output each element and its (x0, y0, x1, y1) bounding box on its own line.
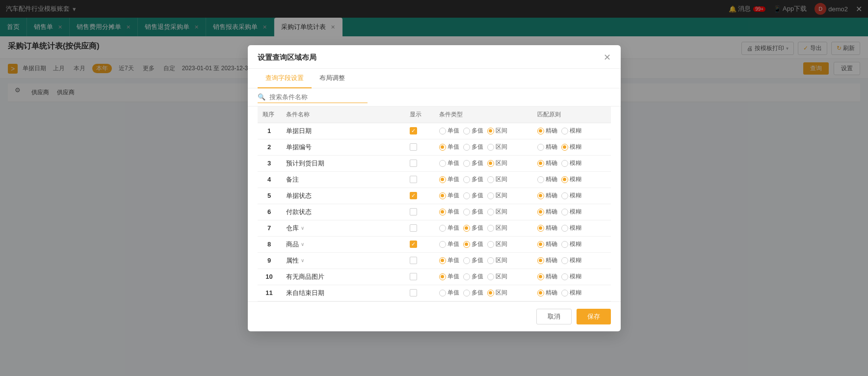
settings-modal: 设置查询区域布局 ✕ 查询字段设置 布局调整 🔍 顺序 (248, 45, 621, 107)
search-input[interactable] (269, 93, 368, 101)
modal-search-section: 🔍 (248, 88, 621, 107)
modal-header: 设置查询区域布局 ✕ (248, 45, 621, 69)
modal-overlay: 设置查询区域布局 ✕ 查询字段设置 布局调整 🔍 顺序 (0, 0, 868, 107)
modal-search-line: 🔍 (258, 93, 368, 103)
th-match: 匹配原则 (532, 107, 611, 107)
modal-close-button[interactable]: ✕ (604, 53, 611, 62)
search-icon: 🔍 (258, 93, 265, 101)
modal-table: 顺序 条件名称 显示 条件类型 匹配原则 1单据日期单值多值区间精确模糊2单据编… (248, 107, 621, 107)
th-display: 显示 (405, 107, 434, 107)
modal-tabs: 查询字段设置 布局调整 (248, 69, 621, 88)
tab-layout-adjust[interactable]: 布局调整 (312, 69, 353, 88)
tab-query-fields[interactable]: 查询字段设置 (258, 69, 312, 88)
th-type: 条件类型 (434, 107, 532, 107)
modal-title: 设置查询区域布局 (258, 53, 316, 62)
th-name: 条件名称 (281, 107, 405, 107)
th-order: 顺序 (258, 107, 281, 107)
